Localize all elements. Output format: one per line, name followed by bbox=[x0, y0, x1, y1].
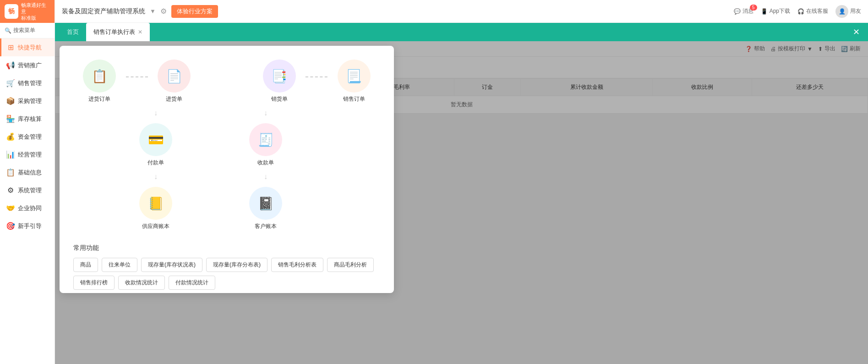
flow-row-arrows: ↓ ↓ bbox=[73, 108, 380, 119]
function-btn-3[interactable]: 现存量(库存分布表) bbox=[206, 258, 267, 272]
function-btn-6[interactable]: 销售排行榜 bbox=[73, 276, 115, 290]
flow-label-purchase-order: 进货订单 bbox=[88, 95, 110, 103]
quick-nav-icon: ⊞ bbox=[6, 43, 15, 52]
flow-circle-payment-bill: 💳 bbox=[139, 123, 172, 156]
purchase-order-icon: 📋 bbox=[92, 69, 108, 84]
marketing-label: 营销推广 bbox=[18, 61, 42, 70]
sidebar-search[interactable]: 🔍 搜索菜单 bbox=[0, 23, 55, 38]
flow-node-sales-bill[interactable]: 📑 销货单 bbox=[253, 60, 306, 103]
flow-row-2: 💳 付款单 🧾 收款单 bbox=[73, 123, 380, 167]
settings-icon[interactable]: ⚙ bbox=[160, 7, 167, 16]
service-icon: 🎧 bbox=[797, 8, 804, 15]
flow-node-sales-order[interactable]: 📃 销售订单 bbox=[328, 60, 380, 103]
function-btn-2[interactable]: 现存量(库存状况表) bbox=[141, 258, 202, 272]
beginner-label: 新手引导 bbox=[18, 222, 42, 230]
flow-label-customer-ledger: 客户账本 bbox=[255, 223, 277, 230]
sales-order-icon: 📃 bbox=[346, 69, 362, 84]
avatar: 👤 bbox=[835, 5, 848, 18]
common-functions-title: 常用功能 bbox=[73, 244, 380, 252]
message-action[interactable]: 💬 消息 5 bbox=[734, 7, 753, 15]
sidebar-nav: ⊞快捷导航📢营销推广🛒销售管理📦采购管理🏪库存核算💰资金管理📊经营管理📋基础信息… bbox=[0, 38, 55, 364]
tab-sales-order[interactable]: 销售订单执行表 ✕ bbox=[86, 23, 150, 41]
function-btn-7[interactable]: 收款情况统计 bbox=[118, 276, 165, 290]
sidebar-item-beginner[interactable]: 🎯新手引导 bbox=[0, 217, 55, 235]
flow-node-purchase-order[interactable]: 📋 进货订单 bbox=[73, 60, 126, 103]
sidebar-item-sales[interactable]: 🛒销售管理 bbox=[0, 74, 55, 92]
quick-nav-label: 快捷导航 bbox=[18, 43, 42, 52]
sales-label: 销售管理 bbox=[18, 79, 42, 87]
flow-label-supplier-ledger: 供应商账本 bbox=[142, 223, 169, 230]
purchase-label: 采购管理 bbox=[18, 97, 42, 105]
arrow-down-receipt: ↓ bbox=[238, 173, 293, 180]
flow-circle-customer-ledger: 📓 bbox=[249, 187, 282, 220]
app-icon: 📱 bbox=[761, 8, 768, 15]
overlay[interactable]: 📋 进货订单 📄 进货单 bbox=[55, 41, 868, 364]
logo-icon: 畅 bbox=[5, 4, 18, 19]
function-btn-4[interactable]: 销售毛利分析表 bbox=[271, 258, 323, 272]
beginner-icon: 🎯 bbox=[6, 222, 15, 230]
header-actions: 💬 消息 5 📱 App下载 🎧 在线客服 👤 用友 bbox=[734, 5, 861, 18]
tab-bar-close-icon[interactable]: ✕ bbox=[849, 27, 863, 37]
flow-circle-supplier-ledger: 📒 bbox=[139, 187, 172, 220]
flow-row-3: 📒 供应商账本 📓 客户账本 bbox=[73, 187, 380, 230]
logo-text: 畅康通好生意 标准版 bbox=[21, 2, 50, 22]
flow-diagram: 📋 进货订单 📄 进货单 bbox=[73, 60, 380, 235]
sidebar-item-inventory[interactable]: 🏪库存核算 bbox=[0, 110, 55, 128]
tab-bar: 首页 销售订单执行表 ✕ ✕ bbox=[55, 23, 868, 41]
message-badge: 5 bbox=[750, 5, 757, 11]
flow-node-receipt-bill[interactable]: 🧾 收款单 bbox=[238, 123, 293, 167]
function-btn-1[interactable]: 往来单位 bbox=[102, 258, 137, 272]
function-btn-0[interactable]: 商品 bbox=[73, 258, 98, 272]
tab-home[interactable]: 首页 bbox=[60, 23, 86, 41]
try-btn[interactable]: 体验行业方案 bbox=[171, 5, 218, 18]
message-icon: 💬 bbox=[734, 8, 741, 15]
operations-icon: 📊 bbox=[6, 150, 15, 159]
sidebar: 畅 畅康通好生意 标准版 🔍 搜索菜单 ⊞快捷导航📢营销推广🛒销售管理📦采购管理… bbox=[0, 0, 55, 364]
flow-node-customer-ledger[interactable]: 📓 客户账本 bbox=[238, 187, 293, 230]
sidebar-item-system[interactable]: ⚙系统管理 bbox=[0, 181, 55, 199]
sales-icon: 🛒 bbox=[6, 79, 15, 87]
arrow-down-sales: ↓ bbox=[238, 109, 293, 117]
flow-row-arrows-2: ↓ ↓ bbox=[73, 171, 380, 182]
sidebar-item-basic-info[interactable]: 📋基础信息 bbox=[0, 163, 55, 181]
flow-circle-purchase-bill: 📄 bbox=[158, 60, 191, 92]
receipt-bill-icon: 🧾 bbox=[258, 132, 274, 147]
arrow-down-purchase: ↓ bbox=[128, 109, 183, 117]
supplier-ledger-icon: 📒 bbox=[148, 196, 164, 211]
function-btn-5[interactable]: 商品毛利分析 bbox=[327, 258, 374, 272]
enterprise-icon: 🤝 bbox=[6, 204, 15, 212]
marketing-icon: 📢 bbox=[6, 61, 15, 70]
arrow-down-payment: ↓ bbox=[128, 173, 183, 180]
flow-circle-sales-order: 📃 bbox=[338, 60, 371, 92]
sidebar-logo: 畅 畅康通好生意 标准版 bbox=[0, 0, 55, 23]
tab-home-label: 首页 bbox=[67, 28, 79, 36]
inventory-icon: 🏪 bbox=[6, 114, 15, 123]
enterprise-label: 企业协同 bbox=[18, 204, 42, 212]
sidebar-item-quick-nav[interactable]: ⊞快捷导航 bbox=[0, 38, 55, 56]
basic-info-icon: 📋 bbox=[6, 168, 15, 177]
page-content: ❓ 帮助 🖨 按模板打印 ▼ ⬆ 导出 🔄 刷新 📅 单据状态 bbox=[55, 41, 868, 364]
sidebar-item-marketing[interactable]: 📢营销推广 bbox=[0, 56, 55, 74]
flow-circle-receipt-bill: 🧾 bbox=[249, 123, 282, 156]
tab-close-icon[interactable]: ✕ bbox=[138, 29, 142, 35]
function-btn-8[interactable]: 付款情况统计 bbox=[169, 276, 215, 290]
app-download-action[interactable]: 📱 App下载 bbox=[761, 7, 790, 15]
sidebar-item-operations[interactable]: 📊经营管理 bbox=[0, 146, 55, 163]
user-action[interactable]: 👤 用友 bbox=[835, 5, 861, 18]
flow-node-purchase-bill[interactable]: 📄 进货单 bbox=[148, 60, 201, 103]
sidebar-item-finance[interactable]: 💰资金管理 bbox=[0, 128, 55, 146]
flow-node-supplier-ledger[interactable]: 📒 供应商账本 bbox=[128, 187, 183, 230]
common-functions: 常用功能 商品往来单位现存量(库存状况表)现存量(库存分布表)销售毛利分析表商品… bbox=[73, 244, 380, 290]
sidebar-item-enterprise[interactable]: 🤝企业协同 bbox=[0, 199, 55, 217]
basic-info-label: 基础信息 bbox=[18, 168, 42, 177]
flow-row-1: 📋 进货订单 📄 进货单 bbox=[73, 60, 380, 103]
quick-nav-popup: 📋 进货订单 📄 进货单 bbox=[60, 46, 394, 293]
online-service-action[interactable]: 🎧 在线客服 bbox=[797, 7, 828, 15]
username: 用友 bbox=[850, 7, 861, 15]
flow-node-payment-bill[interactable]: 💳 付款单 bbox=[128, 123, 183, 167]
purchase-icon: 📦 bbox=[6, 97, 15, 105]
finance-icon: 💰 bbox=[6, 132, 15, 141]
operations-label: 经营管理 bbox=[18, 151, 42, 159]
sidebar-item-purchase[interactable]: 📦采购管理 bbox=[0, 92, 55, 110]
tab-sales-order-label: 销售订单执行表 bbox=[93, 28, 135, 36]
